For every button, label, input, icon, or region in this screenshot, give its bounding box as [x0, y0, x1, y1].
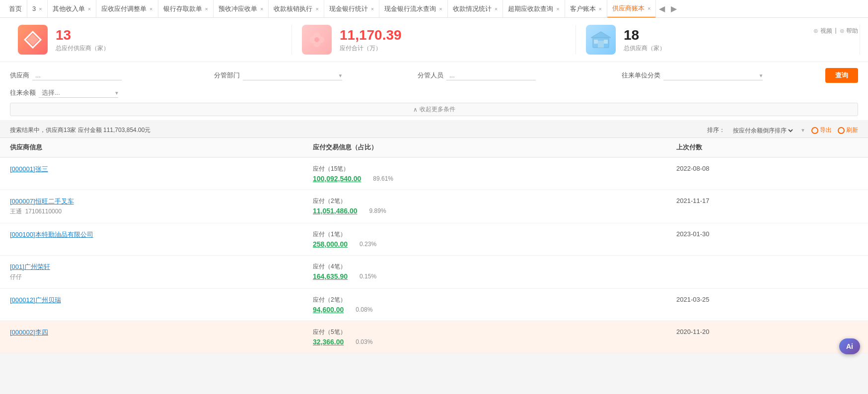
table-row[interactable]: [001]广州荣轩 仔仔 应付（4笔） 164,635.90 0.15%	[0, 256, 868, 289]
filter-row-1: 供应商 分管部门 ▼ 分管人员 往来单位分类 ▼ 查询	[10, 68, 858, 83]
trans-amount-3[interactable]: 258,000.00	[313, 240, 348, 248]
trans-label-5: 应付（2笔）	[313, 296, 676, 304]
lastpay-cell-3: 2023-01-30	[676, 230, 858, 238]
nav-tab-ar-ap-adjust[interactable]: 应收应付调整单 ×	[96, 0, 158, 18]
trans-label-3: 应付（1笔）	[313, 230, 676, 239]
table-row[interactable]: [000100]本特勤油品有限公司 应付（1笔） 258,000.00 0.23…	[0, 223, 868, 256]
refresh-button[interactable]: 刷新	[838, 126, 858, 134]
nav-left-arrow[interactable]: ◀	[656, 0, 668, 18]
payable-total-label: 应付合计（万）	[340, 44, 402, 53]
close-icon[interactable]: ×	[39, 6, 42, 12]
person-input[interactable]	[446, 70, 536, 80]
result-bar-right: 排序： 按应付余额倒序排序 按应付余额升序排序 按最近付款时间排序 ▼ 导出 刷…	[707, 126, 858, 134]
store-icon	[586, 25, 616, 55]
unit-dropdown-icon[interactable]: ▼	[759, 73, 764, 78]
lastpay-date-1: 2022-08-08	[676, 165, 710, 172]
trans-amount-2[interactable]: 11,051,486.00	[313, 207, 358, 215]
trans-label-6: 应付（5笔）	[313, 328, 676, 336]
trans-row-6: 32,366.00 0.03%	[313, 338, 676, 346]
trans-percent-6: 0.03%	[356, 338, 372, 345]
close-icon[interactable]: ×	[439, 6, 442, 12]
supplier-link-3[interactable]: [000100]本特勤油品有限公司	[10, 231, 93, 238]
help-link[interactable]: ⊙ 帮助	[840, 27, 858, 35]
close-icon[interactable]: ×	[599, 6, 602, 12]
video-link[interactable]: ⊙ 视频	[813, 27, 832, 35]
supplier-link-4[interactable]: [001]广州荣轩	[10, 263, 50, 270]
table-row[interactable]: [000012]广州贝瑞 应付（2笔） 94,600.00 0.08% 2021…	[0, 289, 868, 321]
close-icon[interactable]: ×	[371, 6, 374, 12]
nav-tab-home[interactable]: 首页	[4, 0, 27, 18]
nav-tab-prepay-offset[interactable]: 预收冲应收单 ×	[214, 0, 269, 18]
trans-amount-4[interactable]: 164,635.90	[313, 272, 348, 280]
supplier-cell-3: [000100]本特勤油品有限公司	[10, 230, 313, 239]
trans-label-4: 应付（4笔）	[313, 263, 676, 271]
table-row[interactable]: [000001]张三 应付（15笔） 100,092,540.00 89.61%…	[0, 158, 868, 190]
nav-tab-collection-exec[interactable]: 收款核销执行 ×	[269, 0, 324, 18]
svg-rect-11	[604, 40, 608, 44]
nav-tab-overdue-ar[interactable]: 超期应收款查询 ×	[503, 0, 565, 18]
table-row[interactable]: [000002]李四 应付（5笔） 32,366.00 0.03% 2020-1…	[0, 321, 868, 353]
close-icon[interactable]: ×	[260, 6, 263, 12]
unit-input[interactable]	[663, 70, 763, 80]
refresh-icon	[838, 127, 845, 134]
close-icon[interactable]: ×	[556, 6, 559, 12]
balance-dropdown-icon[interactable]: ▼	[114, 90, 119, 96]
supplier-input[interactable]	[32, 70, 122, 80]
close-icon[interactable]: ×	[149, 6, 152, 12]
trans-info-4: 应付（4笔） 164,635.90 0.15%	[313, 263, 676, 280]
trans-label-1: 应付（15笔）	[313, 165, 676, 173]
supplier-link-5[interactable]: [000012]广州贝瑞	[10, 296, 61, 304]
nav-tab-cash-bank-flow[interactable]: 现金银行流水查询 ×	[379, 0, 447, 18]
result-summary-text: 搜索结果中，供应商13家 应付金额 111,703,854.00元	[10, 126, 150, 134]
trans-amount-6[interactable]: 32,366.00	[313, 338, 344, 346]
lastpay-date-3: 2023-01-30	[676, 230, 710, 238]
trans-amount-5[interactable]: 94,600.00	[313, 306, 344, 314]
dept-label: 分管部门	[214, 71, 240, 80]
close-icon[interactable]: ×	[495, 6, 498, 12]
dept-input[interactable]	[243, 70, 342, 80]
trans-row-1: 100,092,540.00 89.61%	[313, 175, 676, 183]
help-separator: |	[835, 27, 837, 35]
payable-total-amount: 11,170.39	[340, 27, 402, 44]
collapse-area: ∧ 收起更多条件	[10, 103, 858, 116]
collapse-button[interactable]: ∧ 收起更多条件	[10, 103, 858, 116]
col-header-lastpay: 上次付数	[676, 143, 858, 152]
nav-tab-customer-ledger[interactable]: 客户账本 ×	[565, 0, 607, 18]
trans-amount-1[interactable]: 100,092,540.00	[313, 175, 361, 183]
supplier-link-6[interactable]: [000002]李四	[10, 328, 48, 336]
dept-dropdown-icon[interactable]: ▼	[338, 73, 343, 78]
balance-input[interactable]	[39, 88, 118, 98]
total-suppliers-count: 18	[624, 27, 665, 44]
table-row[interactable]: [000007]恒旺二手叉车 王通 17106110000 应付（2笔） 11,…	[0, 190, 868, 223]
summary-bar: 13 总应付供应商（家） 11,170.39 应付合计（万）	[0, 18, 868, 62]
supplier-contact-2: 王通 17106110000	[10, 207, 313, 216]
supplier-link-2[interactable]: [000007]恒旺二手叉车	[10, 197, 74, 205]
svg-point-6	[314, 37, 319, 42]
nav-right-arrow[interactable]: ▶	[668, 0, 680, 18]
svg-rect-9	[598, 41, 604, 48]
close-icon[interactable]: ×	[648, 5, 651, 11]
nav-tab-other-income[interactable]: 其他收入单 ×	[48, 0, 96, 18]
trans-label-2: 应付（2笔）	[313, 197, 676, 205]
nav-tab-collection-stat[interactable]: 收款情况统计 ×	[448, 0, 503, 18]
filter-row-2: 往来余额 ▼	[10, 88, 858, 98]
supplier-cell-2: [000007]恒旺二手叉车 王通 17106110000	[10, 197, 313, 216]
nav-tab-bank-deposit[interactable]: 银行存取款单 ×	[158, 0, 214, 18]
summary-info-payable: 13 总应付供应商（家）	[56, 27, 109, 53]
payable-suppliers-label: 总应付供应商（家）	[56, 44, 109, 53]
search-button[interactable]: 查询	[825, 68, 858, 83]
sort-select[interactable]: 按应付余额倒序排序 按应付余额升序排序 按最近付款时间排序	[731, 127, 795, 134]
supplier-cell-6: [000002]李四	[10, 328, 313, 337]
nav-tab-supplier-ledger[interactable]: 供应商账本 ×	[607, 0, 656, 18]
close-icon[interactable]: ×	[88, 6, 91, 12]
filter-unit-category: 往来单位分类 ▼	[622, 70, 821, 80]
trans-percent-2: 9.89%	[369, 207, 386, 214]
export-button[interactable]: 导出	[811, 126, 832, 134]
close-icon[interactable]: ×	[315, 6, 318, 12]
nav-tab-3[interactable]: 3 ×	[27, 0, 48, 18]
supplier-link-1[interactable]: [000001]张三	[10, 165, 48, 173]
ai-button[interactable]: Ai	[839, 338, 860, 353]
close-icon[interactable]: ×	[205, 6, 208, 12]
trans-cell-2: 应付（2笔） 11,051,486.00 9.89%	[313, 197, 676, 215]
nav-tab-cash-bank-stat[interactable]: 现金银行统计 ×	[324, 0, 379, 18]
